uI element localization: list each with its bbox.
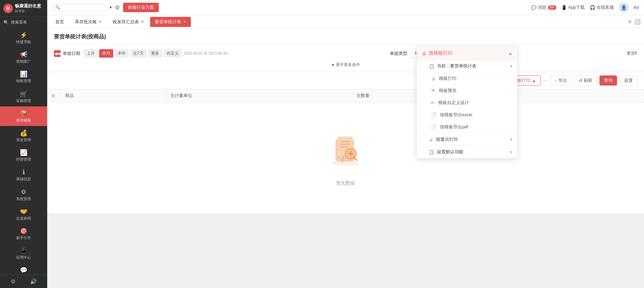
- messages-group[interactable]: 💬 消息 99+: [531, 4, 556, 10]
- logo-icon: B: [3, 4, 13, 13]
- date-btn-this-year[interactable]: 本年: [115, 49, 129, 58]
- dropdown-item-template-print[interactable]: 🖨 模板打印: [417, 72, 517, 85]
- query-btn[interactable]: 查询: [599, 75, 617, 86]
- sidebar-item-finance[interactable]: 💰 资金管理: [0, 126, 47, 146]
- app-center-label: 应用中心: [16, 255, 31, 260]
- tab-order-stats[interactable]: 要货单统计表 ✕: [150, 17, 191, 27]
- table-settings-icon[interactable]: ⚙: [51, 93, 55, 98]
- template-custom-label: 模板自定义设计: [438, 100, 469, 106]
- dropdown-item-export-excel[interactable]: 📄 按模板导出excel: [417, 109, 517, 121]
- app-logo: B 畅康通好生意 标准版: [0, 0, 47, 17]
- set-default-expand-icon: ▾: [510, 150, 513, 155]
- headset-icon: 🎧: [590, 5, 595, 10]
- topbar-settings-icon[interactable]: ⚙: [115, 4, 120, 11]
- sidebar-item-sales[interactable]: 📊 销售管理: [0, 67, 47, 87]
- sidebar-item-system[interactable]: ⚙ 系统管理: [0, 185, 47, 204]
- template-preview-icon: 👁: [431, 88, 436, 93]
- sidebar-item-purchase[interactable]: 🛒 采购管理: [0, 87, 47, 106]
- sidebar-item-enterprise[interactable]: 🤝 企业协同: [0, 204, 47, 224]
- dropdown-header-right: ▲: [508, 51, 513, 56]
- date-btn-last-month[interactable]: 上月: [84, 49, 98, 58]
- dropdown-item-template-preview[interactable]: 👁 模板预览: [417, 85, 517, 97]
- sound-bottom-icon[interactable]: 🔊: [30, 278, 37, 285]
- trial-btn[interactable]: 体验行业方案: [123, 3, 159, 12]
- tab-batch-account-label: 库存批次账: [75, 19, 97, 25]
- date-btn-7days[interactable]: 近7天: [130, 49, 147, 58]
- settings-action-btn[interactable]: 设置: [620, 75, 637, 86]
- sidebar-item-basic[interactable]: ℹ 基础信息: [0, 165, 47, 185]
- topbar-search-box[interactable]: 🔍: [52, 4, 106, 11]
- dropdown-items-section: 🖨 模板打印 👁 模板预览 ✏ 模板自定义设计 📄 按模板导出excel 📄 按…: [417, 72, 517, 133]
- date-btn-more[interactable]: 更多: [148, 49, 162, 58]
- date-btn-custom[interactable]: 自定义: [164, 49, 182, 58]
- date-filter-label: 单据日期: [63, 51, 80, 57]
- dropdown-item-export-pdf[interactable]: 📄 按模板导出pdf: [417, 121, 517, 133]
- tab-close-all-icon[interactable]: ✕: [627, 19, 632, 25]
- basic-icon: ℹ: [23, 168, 25, 176]
- current-expand-icon: ▾: [510, 64, 513, 69]
- sidebar-item-quick-nav[interactable]: ⚡ 快捷导航: [0, 28, 47, 47]
- user-avatar[interactable]: 👤: [619, 3, 628, 12]
- tab-order-stats-close[interactable]: ✕: [183, 20, 186, 24]
- export-icon: ↑: [555, 78, 557, 83]
- online-service-group[interactable]: 🎧 在线客服: [590, 4, 614, 10]
- app-center-icon: 📱: [20, 247, 27, 254]
- tab-maximize-icon[interactable]: ⬜: [634, 19, 641, 25]
- sidebar: B 畅康通好生意 标准版 🔍 搜索菜单 ⚡ 快捷导航 📢 营销推广 📊 销售管理…: [0, 0, 47, 288]
- topbar-dropdown[interactable]: ▾: [110, 5, 112, 10]
- sidebar-item-app-center[interactable]: 📱 应用中心: [0, 244, 47, 263]
- sidebar-search[interactable]: 🔍 搜索菜单: [0, 17, 47, 28]
- sidebar-item-guide[interactable]: 🎯 新手引导: [0, 224, 47, 244]
- tab-collection-summary[interactable]: 收发存汇总表 ✕: [108, 17, 149, 27]
- tab-collection-summary-close[interactable]: ✕: [141, 20, 144, 24]
- dropdown-header-left: 🖨 按模板打印: [421, 50, 452, 56]
- expand-label: 展开更多条件: [336, 62, 360, 68]
- topbar-right: 💬 消息 99+ 📱 App下载 🎧 在线客服 👤 Rit: [531, 3, 639, 12]
- messages-badge: 99+: [548, 5, 556, 10]
- app-download-group[interactable]: 📱 App下载: [561, 4, 585, 10]
- sidebar-nav: ⚡ 快捷导航 📢 营销推广 📊 销售管理 🛒 采购管理 📦 库存核算 💰 资金管…: [0, 28, 47, 275]
- dropdown-close-arrow[interactable]: ▲: [508, 51, 513, 56]
- dropdown-printer-icon: 🖨: [421, 51, 426, 56]
- sidebar-item-inventory[interactable]: 📦 库存核算: [0, 106, 47, 126]
- more-actions-icon[interactable]: ···: [543, 77, 548, 84]
- date-btn-this-month[interactable]: 本月: [99, 49, 113, 58]
- enterprise-label: 企业协同: [16, 216, 31, 221]
- dropdown-arrow-icon: ▾: [110, 5, 112, 10]
- avatar-icon: 👤: [621, 5, 626, 10]
- dropdown-header[interactable]: 🖨 按模板打印 ▲: [417, 47, 517, 60]
- refresh-btn[interactable]: ↺ 刷新: [574, 75, 597, 86]
- search-label: 搜索菜单: [11, 20, 27, 25]
- settings-bottom-icon[interactable]: ⚙: [11, 278, 16, 285]
- dropdown-current-item[interactable]: 📋 当前：要货单统计表 ▾: [417, 60, 517, 72]
- tabs-right: ✕ ⬜: [627, 19, 641, 25]
- enterprise-icon: 🤝: [20, 208, 27, 215]
- refresh-icon: ↺: [579, 78, 582, 83]
- col-settings[interactable]: ⚙: [47, 89, 61, 102]
- system-icon: ⚙: [21, 188, 26, 196]
- dropdown-set-default[interactable]: 📋 设置默认功能 ▾: [417, 146, 517, 158]
- expand-more-btn[interactable]: ▼ 展开更多条件: [331, 62, 360, 68]
- expand-icon: ▼: [331, 63, 335, 67]
- sidebar-item-operations[interactable]: 📈 经营管理: [0, 146, 47, 165]
- export-pdf-icon: 📄: [431, 124, 437, 130]
- dropdown-item-template-custom[interactable]: ✏ 模板自定义设计: [417, 97, 517, 109]
- tabs-bar: 首页 库存批次账 ✕ 收发存汇总表 ✕ 要货单统计表 ✕ ✕ ⬜: [47, 15, 644, 29]
- inventory-label: 库存核算: [16, 118, 31, 123]
- type-filter-label: 单据类型: [390, 51, 407, 57]
- set-default-label: 设置默认功能: [437, 149, 463, 155]
- sidebar-item-enterprise-wechat[interactable]: 💬 企业微信: [0, 263, 47, 275]
- purchase-icon: 🛒: [20, 90, 27, 98]
- marketing-icon: 📢: [20, 51, 27, 58]
- tab-batch-account[interactable]: 库存批次账 ✕: [70, 17, 107, 27]
- export-btn[interactable]: ↑ 导出: [551, 75, 572, 86]
- sales-label: 销售管理: [16, 79, 31, 83]
- filter-collapse-btn[interactable]: ◀◀: [54, 50, 61, 57]
- tab-home[interactable]: 首页: [51, 17, 69, 27]
- tab-order-stats-label: 要货单统计表: [155, 19, 181, 25]
- set-default-icon: 📋: [429, 150, 434, 155]
- tab-batch-account-close[interactable]: ✕: [99, 20, 102, 24]
- dropdown-display-print[interactable]: 🖨 按显示打印 ▾: [417, 133, 517, 146]
- empty-illustration: [325, 129, 366, 177]
- sidebar-item-marketing[interactable]: 📢 营销推广: [0, 47, 47, 67]
